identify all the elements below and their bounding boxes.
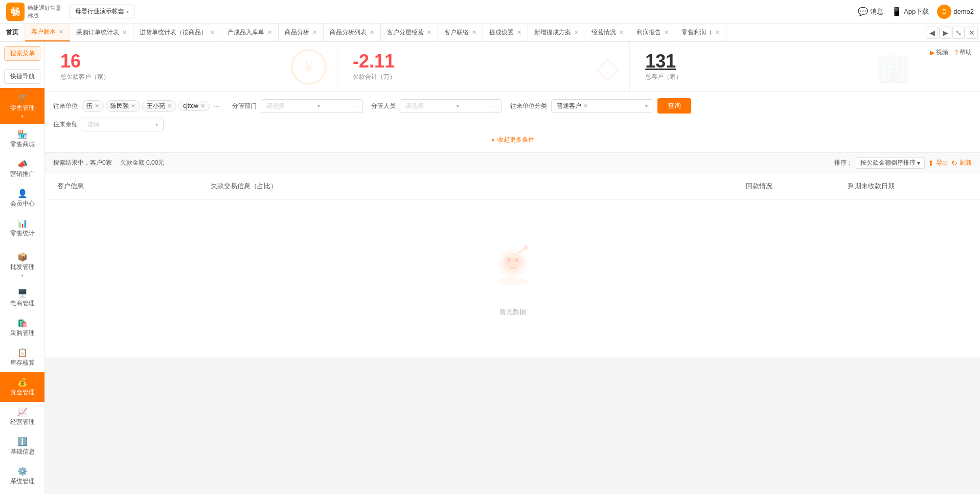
close-icon[interactable]: ✕: [59, 29, 63, 35]
tab-customer-contact[interactable]: 客户联络 ✕: [438, 24, 483, 41]
filter-row-2: 往来余额 选择... ▾: [53, 118, 972, 131]
sidebar-item-enterprise[interactable]: 🤝 企业协同: [0, 491, 44, 494]
search-menu-button[interactable]: 搜索菜单: [4, 46, 40, 61]
unit-class-filter-select[interactable]: 普通客户 ✕ ▾: [551, 99, 653, 113]
balance-chevron-icon: ▾: [155, 122, 158, 127]
sidebar-item-system[interactable]: ⚙️ 系统管理: [0, 461, 44, 491]
video-button[interactable]: ▶ 视频: [930, 48, 948, 57]
help-button[interactable]: ? 帮助: [954, 48, 972, 57]
stat-customers-block: ¥ 16 总欠款客户（家）: [45, 42, 337, 92]
sidebar-item-operations[interactable]: 📈 经营管理: [0, 402, 44, 432]
unit-class-filter-label: 往来单位分类: [510, 102, 547, 110]
close-icon[interactable]: ✕: [517, 29, 521, 36]
tab-product-analysis-list[interactable]: 商品分析列表 ✕: [324, 24, 381, 41]
chevron-icon: ▾: [21, 114, 24, 119]
close-icon[interactable]: ✕: [574, 29, 579, 36]
tab-inbound-stats[interactable]: 进货单统计表（按商品） ✕: [133, 24, 221, 41]
person-more-icon[interactable]: ···: [491, 103, 496, 109]
remove-normal-customer-button[interactable]: ✕: [583, 103, 588, 109]
close-icon[interactable]: ✕: [664, 29, 669, 36]
video-help-area: ▶ 视频 ? 帮助: [922, 42, 980, 92]
close-icon[interactable]: ✕: [370, 29, 374, 36]
dept-filter-select[interactable]: 请选择 ▾ ···: [261, 99, 363, 113]
tab-home[interactable]: 首页: [0, 24, 25, 41]
tab-scroll-right-button[interactable]: ▶: [939, 27, 951, 39]
close-icon[interactable]: ✕: [267, 29, 272, 36]
ecommerce-icon: 🖥️: [17, 288, 28, 298]
unit-filter-tags: 伍 ✕ 陈民强 ✕ 王小亮 ✕ cjttcw ✕ ···: [82, 100, 220, 112]
refresh-button[interactable]: ↻ 刷新: [951, 159, 972, 167]
collapse-button[interactable]: ∧ 收起更多条件: [53, 136, 972, 144]
user-menu-button[interactable]: D demo2: [937, 5, 974, 19]
info-icon: ℹ️: [17, 437, 28, 446]
finance-icon: 💰: [17, 377, 28, 387]
quick-nav-button[interactable]: 快捷导航: [4, 69, 40, 84]
close-icon[interactable]: ✕: [122, 29, 127, 36]
close-icon[interactable]: ✕: [312, 29, 317, 36]
message-button[interactable]: 💬 消息: [858, 7, 883, 16]
sidebar-item-member[interactable]: 👤 会员中心: [0, 184, 44, 213]
query-button[interactable]: 查询: [657, 98, 691, 114]
tab-fullscreen-button[interactable]: ⤡: [952, 27, 965, 39]
sidebar-item-purchase[interactable]: 🛍️ 采购管理: [0, 313, 44, 343]
balance-filter-select[interactable]: 选择... ▾: [82, 118, 164, 131]
download-icon: 📱: [892, 7, 902, 16]
main-layout: 搜索菜单 快捷导航 🛒 零售管理 ▾ 🏪 零售商城 📣 营销推广 👤 会员中心 …: [0, 42, 980, 494]
nav-tabs: 首页 客户账本 ✕ 采购订单统计表 ✕ 进货单统计表（按商品） ✕ 产成品入库单…: [0, 24, 980, 42]
top-bar: 畅 畅捷通好生意 标版 母婴行业演示帐套 ▾ 💬 消息 📱 App下载 D de…: [0, 0, 980, 24]
app-download-button[interactable]: 📱 App下载: [892, 7, 929, 16]
tab-purchase-order[interactable]: 采购订单统计表 ✕: [70, 24, 133, 41]
svg-point-6: [524, 245, 528, 250]
workspace-selector[interactable]: 母婴行业演示帐套 ▾: [70, 5, 134, 18]
sidebar-item-retail-stats[interactable]: 📊 零售统计: [0, 213, 44, 243]
unit-tag-wu: 伍 ✕: [82, 100, 104, 112]
close-icon[interactable]: ✕: [427, 29, 431, 36]
sidebar-item-inventory[interactable]: 📋 库存核算: [0, 343, 44, 372]
tab-customer-tiered[interactable]: 客户分层经营 ✕: [381, 24, 438, 41]
tab-close-all-button[interactable]: ✕: [966, 27, 978, 39]
top-right: 💬 消息 📱 App下载 D demo2: [858, 5, 974, 19]
tab-new-commission[interactable]: 新增提成方案 ✕: [528, 24, 585, 41]
tab-profit-report[interactable]: 利润报告 ✕: [630, 24, 675, 41]
empty-label: 暂无数据: [499, 307, 526, 317]
system-icon: ⚙️: [17, 466, 28, 476]
remove-tag-chen-button[interactable]: ✕: [131, 103, 135, 109]
close-icon[interactable]: ✕: [715, 29, 720, 36]
tab-product-analysis[interactable]: 商品分析 ✕: [279, 24, 324, 41]
table-header: 客户信息 欠款交易信息（占比） 回款情况 到期未收款日期: [45, 173, 980, 199]
tab-commission-settings[interactable]: 提成设置 ✕: [483, 24, 528, 41]
sidebar-item-basic-info[interactable]: ℹ️ 基础信息: [0, 432, 44, 461]
result-summary-text: 搜索结果中，客户0家: [53, 159, 112, 167]
content-area: ¥ 16 总欠款客户（家） ◇ -2.11 欠款合计（万） 🏢 131: [45, 42, 980, 494]
person-filter-select[interactable]: 请选择 ▾ ···: [400, 99, 502, 113]
dept-chevron-icon: ▾: [317, 103, 320, 109]
sidebar-item-wholesale[interactable]: 📦 批发管理 ▾: [0, 247, 44, 283]
stat-amount-number: -2.11: [353, 52, 396, 71]
stats-bar: ¥ 16 总欠款客户（家） ◇ -2.11 欠款合计（万） 🏢 131: [45, 42, 980, 92]
close-icon[interactable]: ✕: [472, 29, 476, 36]
remove-tag-cjttcw-button[interactable]: ✕: [200, 103, 205, 109]
sidebar-item-retail[interactable]: 🛒 零售管理 ▾: [0, 88, 44, 124]
tab-scroll-left-button[interactable]: ◀: [926, 27, 938, 39]
sidebar-item-retail-mall[interactable]: 🏪 零售商城: [0, 124, 44, 154]
export-button[interactable]: ⬆ 导出: [928, 159, 948, 167]
sidebar-item-finance[interactable]: 💰 资金管理: [0, 372, 44, 402]
sort-chevron-icon: ▾: [917, 160, 920, 167]
sort-select[interactable]: 按欠款金额倒序排序 ▾: [856, 157, 925, 169]
tab-retail-profit[interactable]: 零售利润（ ✕: [675, 24, 726, 41]
logo-icon: 畅: [6, 3, 25, 21]
close-icon[interactable]: ✕: [210, 29, 215, 36]
unit-more-button[interactable]: ···: [214, 102, 220, 110]
tab-customer-ledger[interactable]: 客户账本 ✕: [25, 24, 70, 41]
tab-production-inbound[interactable]: 产成品入库单 ✕: [221, 24, 279, 41]
close-icon[interactable]: ✕: [619, 29, 624, 36]
sidebar-item-marketing[interactable]: 📣 营销推广: [0, 154, 44, 184]
chevron-up-icon: ∧: [491, 137, 495, 144]
refresh-icon: ↻: [951, 159, 958, 167]
sidebar-item-ecommerce[interactable]: 🖥️ 电商管理: [0, 283, 44, 313]
dept-clear-icon[interactable]: ···: [352, 103, 357, 109]
remove-tag-wu-button[interactable]: ✕: [95, 103, 99, 109]
result-amount-text: 欠款金额 0.00元: [120, 159, 165, 167]
remove-tag-wang-button[interactable]: ✕: [167, 103, 172, 109]
tab-business-status[interactable]: 经营情况 ✕: [585, 24, 630, 41]
